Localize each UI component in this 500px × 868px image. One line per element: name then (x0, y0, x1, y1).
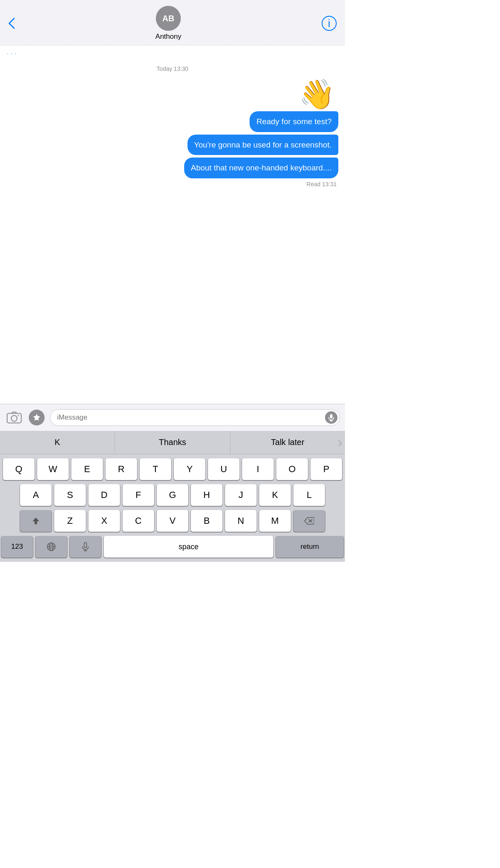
shift-key[interactable] (20, 510, 52, 532)
key-c[interactable]: C (122, 510, 154, 532)
message-input[interactable] (50, 409, 340, 426)
appstore-button[interactable] (28, 408, 46, 427)
shift-icon (32, 517, 40, 525)
key-s[interactable]: S (54, 484, 86, 506)
chat-area: · · · Today 13:30 👋 Ready for some test?… (0, 45, 345, 404)
key-n[interactable]: N (225, 510, 257, 532)
key-row-3: Z X C V B N M (1, 510, 344, 532)
wave-emoji: 👋 (7, 80, 338, 109)
keyboard-mic-key[interactable] (70, 536, 101, 558)
info-button[interactable]: i (322, 16, 337, 31)
svg-rect-3 (330, 414, 332, 418)
key-h[interactable]: H (191, 484, 222, 506)
back-button[interactable] (8, 18, 15, 29)
input-bar (0, 404, 345, 431)
key-a[interactable]: A (20, 484, 52, 506)
numbers-key[interactable]: 123 (1, 536, 33, 558)
key-g[interactable]: G (157, 484, 188, 506)
avatar: AB (156, 6, 181, 31)
key-y[interactable]: Y (174, 458, 205, 480)
message-row: Ready for some test? (7, 111, 338, 132)
svg-point-2 (18, 415, 19, 416)
svg-rect-11 (84, 543, 87, 548)
key-row-1: Q W E R T Y U I O P (1, 458, 344, 480)
key-e[interactable]: E (71, 458, 103, 480)
key-v[interactable]: V (157, 510, 188, 532)
return-key[interactable]: return (276, 536, 344, 558)
key-i[interactable]: I (242, 458, 274, 480)
key-o[interactable]: O (276, 458, 308, 480)
globe-key[interactable] (35, 536, 67, 558)
read-receipt: Read 13:31 (7, 181, 338, 188)
quickreply-talklater[interactable]: Talk later › (230, 431, 345, 454)
message-bubble: About that new one-handed keyboard.... (184, 158, 338, 178)
delete-key[interactable] (293, 510, 325, 532)
svg-point-1 (11, 415, 17, 421)
top-hint: · · · (7, 45, 338, 60)
timestamp: Today 13:30 (7, 65, 338, 72)
key-row-2: A S D F G H J K L (1, 484, 344, 506)
key-d[interactable]: D (88, 484, 120, 506)
space-key[interactable]: space (104, 536, 273, 558)
quickreply-thanks[interactable]: Thanks (115, 431, 230, 454)
key-q[interactable]: Q (3, 458, 35, 480)
key-m[interactable]: M (259, 510, 291, 532)
key-rows: Q W E R T Y U I O P A S D F G H J K L (0, 454, 345, 562)
quickreply-row: K Thanks Talk later › (0, 431, 345, 454)
key-t[interactable]: T (140, 458, 171, 480)
key-z[interactable]: Z (54, 510, 86, 532)
key-w[interactable]: W (37, 458, 69, 480)
message-input-wrapper (50, 409, 340, 426)
key-f[interactable]: F (122, 484, 154, 506)
chevron-right-icon: › (338, 434, 342, 451)
key-r[interactable]: R (105, 458, 137, 480)
contact-name: Anthony (155, 33, 181, 41)
keyboard: K Thanks Talk later › Q W E R T Y U I O … (0, 431, 345, 562)
message-bubble: Ready for some test? (250, 111, 338, 132)
quickreply-k[interactable]: K (0, 431, 115, 454)
key-j[interactable]: J (225, 484, 257, 506)
key-x[interactable]: X (88, 510, 120, 532)
key-l[interactable]: L (293, 484, 325, 506)
message-row: You're gonna be used for a screenshot. (7, 135, 338, 155)
message-bubble: You're gonna be used for a screenshot. (188, 135, 338, 155)
key-k[interactable]: K (259, 484, 291, 506)
key-b[interactable]: B (191, 510, 222, 532)
camera-button[interactable] (5, 408, 23, 427)
message-row: About that new one-handed keyboard.... (7, 158, 338, 178)
key-p[interactable]: P (310, 458, 342, 480)
contact-info[interactable]: AB Anthony (155, 6, 181, 41)
key-row-4: 123 space (1, 536, 344, 558)
mic-button[interactable] (325, 411, 338, 424)
navigation-header: AB Anthony i (0, 0, 345, 45)
key-u[interactable]: U (208, 458, 240, 480)
